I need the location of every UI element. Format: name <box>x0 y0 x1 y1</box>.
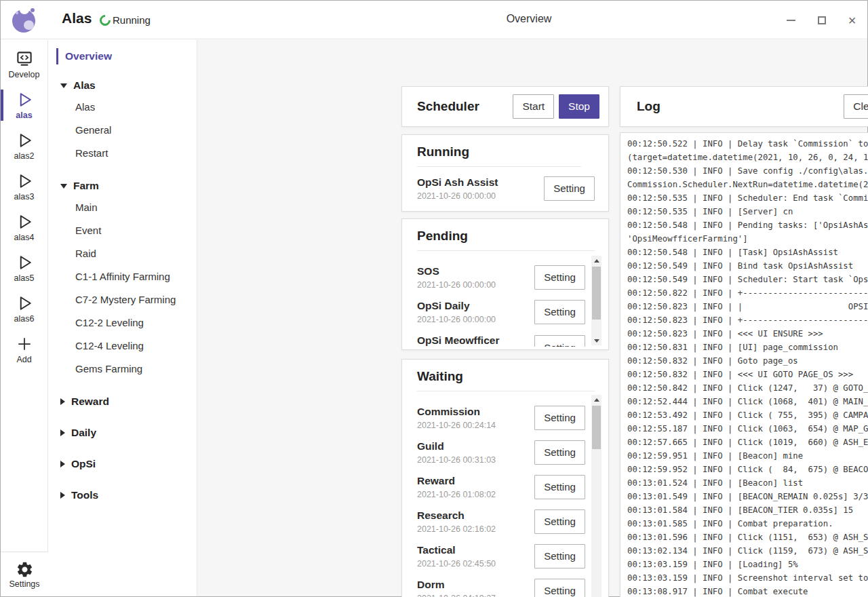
settings-button[interactable]: Settings <box>1 552 48 596</box>
stop-button[interactable]: Stop <box>559 94 599 119</box>
log-line: 00:12:50.832 | INFO | Goto page_os <box>627 354 868 368</box>
waiting-title: Waiting <box>417 369 595 391</box>
waiting-panel: Waiting Commission2021-10-26 00:24:14Set… <box>401 359 609 597</box>
log-line: Commission.Scheduler.NextRun=datetime.da… <box>627 178 868 191</box>
nav-item-alas[interactable]: Alas <box>48 96 197 119</box>
minimize-button[interactable] <box>776 1 806 39</box>
task-name: Commission <box>417 404 529 419</box>
app-window: Alas Running Overview × Developalasalas2… <box>0 0 868 597</box>
rail-items: Developalasalas2alas3alas4alas5alas6Add <box>1 40 47 370</box>
rail-item-develop[interactable]: Develop <box>1 44 47 85</box>
instance-rail: Developalasalas2alas3alas4alas5alas6Add … <box>1 40 48 596</box>
setting-button[interactable]: Setting <box>534 579 585 597</box>
scheduler-panel: Scheduler Start Stop <box>401 86 609 127</box>
task-name: Guild <box>417 439 529 453</box>
waiting-scrollbar[interactable] <box>591 395 601 597</box>
nav-item-gems-farming[interactable]: Gems Farming <box>48 358 197 381</box>
pending-scrollbar[interactable] <box>591 256 601 345</box>
log-line: 00:13:01.549 | INFO | [BEACON_REMAIN 0.0… <box>627 490 868 503</box>
scroll-up-icon[interactable] <box>591 395 601 404</box>
setting-button[interactable]: Setting <box>534 265 585 290</box>
nav-item-c12-4-leveling[interactable]: C12-4 Leveling <box>48 334 197 358</box>
nav-item-c7-2-mystery-farming[interactable]: C7-2 Mystery Farming <box>48 288 197 311</box>
chevron-right-icon <box>60 492 65 499</box>
waiting-list: Commission2021-10-26 00:24:14SettingGuil… <box>417 396 585 597</box>
log-header-panel: Log Clear Log Auto Scroll ON OFF <box>620 86 868 127</box>
rail-item-label: alas2 <box>14 151 35 161</box>
pending-title: Pending <box>417 229 595 251</box>
task-row: Research2021-10-26 02:16:02Setting <box>417 508 585 535</box>
rail-item-alas[interactable]: alas <box>1 85 47 126</box>
setting-button[interactable]: Setting <box>544 176 595 201</box>
rail-item-add[interactable]: Add <box>1 329 47 370</box>
log-line: 00:12:50.522 | INFO | Delay task `Commis… <box>627 137 868 151</box>
rail-item-alas3[interactable]: alas3 <box>1 166 47 207</box>
nav-group-tools[interactable]: Tools <box>48 485 197 505</box>
window-controls: × <box>776 1 867 39</box>
setting-button[interactable]: Setting <box>534 300 585 324</box>
log-line: 00:13:08.917 | INFO | Combat execute <box>627 585 868 597</box>
task-info: Research2021-10-26 02:16:02 <box>417 508 534 535</box>
task-info: SOS2021-10-26 00:00:00 <box>417 264 534 290</box>
nav-item-main[interactable]: Main <box>48 196 197 219</box>
task-name: Tactical <box>417 543 529 557</box>
nav-item-raid[interactable]: Raid <box>48 242 197 265</box>
log-panel: 00:12:50.522 | INFO | Delay task `Commis… <box>620 132 868 597</box>
setting-button[interactable]: Setting <box>534 440 585 465</box>
setting-button[interactable]: Setting <box>534 475 585 499</box>
setting-button[interactable]: Setting <box>534 406 585 430</box>
task-row: Commission2021-10-26 00:24:14Setting <box>417 404 585 431</box>
plus-icon <box>15 334 34 353</box>
status-text: Running <box>113 14 151 26</box>
setting-button[interactable]: Setting <box>534 335 585 347</box>
nav-item-general[interactable]: General <box>48 119 197 142</box>
settings-label: Settings <box>9 579 39 589</box>
nav-group-alas[interactable]: Alas <box>48 75 197 96</box>
nav-group-farm[interactable]: Farm <box>48 176 197 196</box>
setting-button[interactable]: Setting <box>534 544 585 569</box>
log-line: 00:12:50.823 | INFO | +-----------------… <box>627 313 868 327</box>
play-icon <box>15 131 34 150</box>
clear-log-button[interactable]: Clear Log <box>844 94 868 119</box>
play-icon <box>15 212 34 231</box>
nav-item-c12-2-leveling[interactable]: C12-2 Leveling <box>48 311 197 334</box>
nav-group-reward[interactable]: Reward <box>48 391 197 412</box>
rail-item-label: Develop <box>9 70 40 79</box>
setting-button[interactable]: Setting <box>534 509 585 534</box>
rail-item-label: alas3 <box>14 192 35 201</box>
maximize-button[interactable] <box>806 1 837 39</box>
nav-group-label: OpSi <box>71 458 96 470</box>
titlebar: Alas Running Overview × <box>1 1 867 39</box>
log-line: 00:12:50.548 | INFO | [Task] OpsiAshAssi… <box>627 246 868 259</box>
scrollbar-thumb[interactable] <box>592 406 601 449</box>
log-line: 00:13:03.159 | INFO | [Loading] 5% <box>627 558 868 571</box>
task-row: Dorm2021-10-26 04:19:27Setting <box>417 577 585 597</box>
log-line: 00:12:50.535 | INFO | [Server] cn <box>627 205 868 218</box>
nav-item-overview[interactable]: Overview <box>56 48 197 64</box>
nav-group-daily[interactable]: Daily <box>48 423 197 443</box>
rail-item-alas6[interactable]: alas6 <box>1 288 47 329</box>
nav-item-restart[interactable]: Restart <box>48 142 197 165</box>
nav-group-opsi[interactable]: OpSi <box>48 454 197 474</box>
rail-item-alas4[interactable]: alas4 <box>1 207 47 248</box>
task-row: Guild2021-10-26 00:31:03Setting <box>417 439 585 465</box>
log-title: Log <box>637 99 838 114</box>
rail-item-label: alas6 <box>14 314 35 324</box>
scroll-up-icon[interactable] <box>591 256 601 265</box>
scroll-down-icon[interactable] <box>591 336 601 345</box>
start-button[interactable]: Start <box>513 94 554 119</box>
log-line: 00:13:01.585 | INFO | Combat preparation… <box>627 517 868 531</box>
nav-item-event[interactable]: Event <box>48 219 197 242</box>
running-spinner-icon <box>98 12 113 28</box>
scrollbar-thumb[interactable] <box>592 267 601 320</box>
rail-item-alas2[interactable]: alas2 <box>1 126 47 166</box>
nav-item-c1-1-affinity-farming[interactable]: C1-1 Affinity Farming <box>48 265 197 288</box>
play-icon <box>15 172 34 191</box>
log-line: 00:13:03.159 | INFO | Screenshot interva… <box>627 571 868 585</box>
log-line: 00:13:01.584 | INFO | [BEACON_TIER 0.035… <box>627 503 868 517</box>
task-next-run-time: 2021-10-26 00:00:00 <box>417 315 529 325</box>
task-info: OpSi Daily2021-10-26 00:00:00 <box>417 298 534 325</box>
rail-item-alas5[interactable]: alas5 <box>1 248 47 288</box>
close-button[interactable]: × <box>837 1 867 39</box>
nav-group-label: Alas <box>73 79 96 92</box>
